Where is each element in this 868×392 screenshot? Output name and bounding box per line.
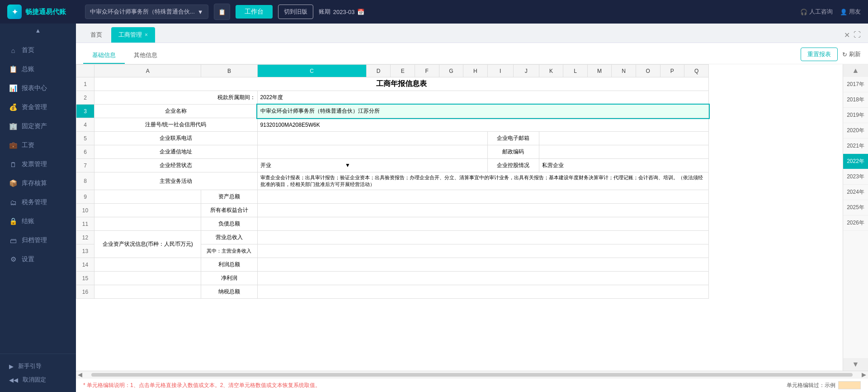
cell-title[interactable]: 工商年报信息表 [94, 77, 709, 91]
app-title: 畅捷通易代账 [25, 8, 66, 16]
sidebar-item-assets[interactable]: 🏢 固定资产 [0, 117, 76, 136]
sidebar-item-salary[interactable]: 💼 工资 [0, 136, 76, 155]
user-menu[interactable]: 👤 用友 [840, 8, 861, 16]
year-nav-up[interactable]: ▲ [843, 64, 868, 77]
sidebar-item-finance[interactable]: 💰 资金管理 [0, 98, 76, 117]
tab-home[interactable]: 首页 [83, 27, 109, 43]
cell-profit-value[interactable] [257, 258, 708, 272]
cell-status-label: 企业经营状态 [94, 159, 258, 172]
workbench-button[interactable]: 工作台 [236, 5, 273, 19]
sidebar-item-label: 结账 [22, 217, 34, 225]
tab-workorder[interactable]: 工商管理 × [111, 27, 155, 43]
cell-liab-value[interactable] [257, 217, 708, 231]
cell-tax-value[interactable] [257, 285, 708, 299]
new-guide[interactable]: ▶ 新手引导 [9, 359, 67, 373]
year-item-2024[interactable]: 2024年 [843, 185, 868, 200]
reset-report-button[interactable]: 重置报表 [801, 48, 838, 61]
headset-icon: 🎧 [800, 9, 807, 15]
year-item-2020[interactable]: 2020年 [843, 123, 868, 139]
calendar-icon[interactable]: 📅 [357, 9, 364, 15]
horiz-scroll-thumb[interactable] [91, 373, 853, 377]
tab-expand-icon[interactable]: ⛶ [854, 31, 861, 39]
content-area: 首页 工商管理 × ✕ ⛶ 基础信息 其他信息 重置报表 ↻ 刷新 [76, 24, 868, 392]
cell-email-value[interactable] [539, 132, 708, 145]
refresh-button[interactable]: ↻ 刷新 [842, 50, 861, 58]
cell-assets-value[interactable] [257, 190, 708, 204]
new-guide-label: 新手引导 [18, 362, 42, 370]
cell-company-value[interactable]: 中审众环会计师事务所（特殊普通合伙）江苏分所 [257, 105, 708, 118]
company-selector[interactable]: 中审众环会计师事务所（特殊普通合伙... ▼ [85, 5, 208, 19]
cell-postcode-value[interactable] [539, 145, 708, 159]
table-row: 4 注册号/统一社会信用代码 91320100MA208E5W6K [76, 118, 709, 132]
switch-version-button[interactable]: 切到旧版 [278, 5, 313, 19]
cell-main-revenue-value[interactable] [257, 244, 708, 258]
period-value: 2023-03 [333, 9, 355, 15]
unpin[interactable]: ◀◀ 取消固定 [9, 373, 67, 387]
ai-service[interactable]: 🎧 人工咨询 [800, 8, 833, 16]
table-row: 16 纳税总额 [76, 285, 709, 299]
year-nav-down[interactable]: ▼ [843, 358, 868, 371]
horiz-scrollbar[interactable]: ◀ ▶ [76, 371, 868, 378]
sidebar-item-archive[interactable]: 🗃 归档管理 [0, 231, 76, 250]
sidebar-item-home[interactable]: ⌂ 首页 [0, 41, 76, 60]
year-item-2019[interactable]: 2019年 [843, 108, 868, 123]
sidebar-item-reports[interactable]: 📊 报表中心 [0, 79, 76, 98]
cell-revenue-label: 营业总收入 [201, 231, 257, 244]
cell-holding-value[interactable]: 私营企业 [539, 159, 708, 172]
scroll-left-icon[interactable]: ◀ [78, 371, 82, 378]
cell-phone-value[interactable] [257, 132, 487, 145]
cell-net-profit-value[interactable] [257, 272, 708, 285]
subtab-basic[interactable]: 基础信息 [83, 48, 125, 64]
cell-profit-label: 利润总额 [201, 258, 257, 272]
cell-revenue-value[interactable] [257, 231, 708, 244]
year-item-2025[interactable]: 2025年 [843, 200, 868, 215]
col-header-D: D [366, 65, 391, 77]
company-icon-btn[interactable]: 📋 [214, 4, 230, 20]
cell-status-value[interactable]: 开业 ▼ [257, 159, 487, 172]
tab-close-icon[interactable]: × [145, 32, 148, 38]
topbar-right: 🎧 人工咨询 👤 用友 [800, 8, 861, 16]
row-num-11: 11 [76, 217, 94, 231]
col-header-N: N [612, 65, 636, 77]
sidebar-item-inventory[interactable]: 📦 库存核算 [0, 174, 76, 193]
sidebar-item-ledger[interactable]: 📋 总账 [0, 60, 76, 79]
main-layout: ▲ ⌂ 首页 📋 总账 📊 报表中心 💰 资金管理 🏢 固定资产 [0, 24, 868, 392]
year-item-2026[interactable]: 2026年 [843, 215, 868, 231]
cell-business-value[interactable]: 审查企业会计报表；出具审计报告；验证企业资本；出具验资报告；办理企业合开、分立、… [257, 172, 708, 190]
year-item-2023[interactable]: 2023年 [843, 169, 868, 185]
ledger-icon: 📋 [9, 65, 17, 73]
sidebar-item-invoice[interactable]: 🗒 发票管理 [0, 155, 76, 174]
tab-close-window-icon[interactable]: ✕ [844, 31, 850, 39]
subtab-other[interactable]: 其他信息 [125, 48, 166, 64]
sidebar-item-close[interactable]: 🔒 结账 [0, 212, 76, 231]
table-row: 7 企业经营状态 开业 ▼ 企业控股情况 私营企业 [76, 159, 709, 172]
year-item-2021[interactable]: 2021年 [843, 139, 868, 154]
table-row: 6 企业通信地址 邮政编码 [76, 145, 709, 159]
sidebar-item-settings[interactable]: ⚙ 设置 [0, 250, 76, 269]
cell-15-A [94, 272, 201, 285]
row-num-6: 6 [76, 145, 94, 159]
year-item-2022[interactable]: 2022年 [843, 154, 868, 169]
finance-icon: 💰 [9, 103, 17, 111]
sidebar-item-label: 报表中心 [22, 84, 47, 92]
sidebar-scroll-up[interactable]: ▲ [0, 24, 76, 37]
cell-regcode-value[interactable]: 91320100MA208E5W6K [257, 118, 708, 132]
year-item-2018[interactable]: 2018年 [843, 92, 868, 108]
table-row: 5 企业联系电话 企业电子邮箱 [76, 132, 709, 145]
cell-address-value[interactable] [257, 145, 487, 159]
tax-icon: 🗂 [9, 199, 17, 206]
subtab-actions: 重置报表 ↻ 刷新 [801, 48, 861, 64]
sidebar-item-tax[interactable]: 🗂 税务管理 [0, 193, 76, 212]
col-header-rownum [76, 65, 94, 77]
sidebar-item-label: 资金管理 [22, 103, 47, 111]
reports-icon: 📊 [9, 84, 17, 92]
ai-service-label: 人工咨询 [809, 8, 833, 16]
cell-period-value[interactable]: 2022年度 [257, 91, 708, 105]
cell-email-label: 企业电子邮箱 [487, 132, 539, 145]
cell-edit-label: 单元格编辑过：示例 [787, 382, 835, 389]
scroll-right-icon[interactable]: ▶ [862, 371, 866, 378]
table-row: 2 税款所属期间： 2022年度 [76, 91, 709, 105]
spreadsheet-main[interactable]: A B C D E F G H I J K L [76, 64, 843, 371]
cell-equity-value[interactable] [257, 204, 708, 217]
year-item-2017[interactable]: 2017年 [843, 77, 868, 92]
